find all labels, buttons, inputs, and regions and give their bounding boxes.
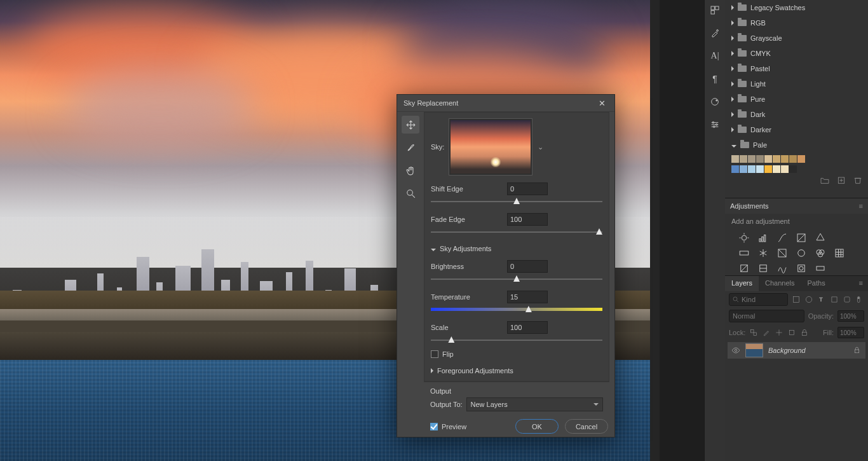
swatch[interactable]	[756, 155, 764, 163]
swatch[interactable]	[764, 155, 772, 163]
swatch-folder[interactable]: Pastel	[725, 61, 868, 76]
gradient-map-icon[interactable]	[814, 262, 827, 275]
levels-icon[interactable]	[757, 231, 770, 244]
brightness-contrast-icon[interactable]	[738, 231, 750, 244]
swatch[interactable]	[764, 165, 772, 173]
lock-all-icon[interactable]	[800, 328, 809, 337]
swatch[interactable]	[740, 165, 747, 173]
swatch-folder[interactable]: Light	[725, 76, 868, 92]
tab-paths[interactable]: Paths	[801, 276, 832, 291]
close-button[interactable]: ✕	[596, 97, 608, 109]
ok-button[interactable]: OK	[515, 419, 559, 434]
swatch[interactable]	[740, 155, 747, 163]
swatch[interactable]	[789, 165, 797, 173]
brush-tool-icon[interactable]	[402, 139, 419, 156]
temperature-slider[interactable]	[431, 306, 602, 313]
foreground-adjustments-header[interactable]: Foreground Adjustments	[431, 367, 602, 375]
lock-paint-icon[interactable]	[762, 328, 771, 337]
shift-edge-input[interactable]: 0	[507, 182, 548, 195]
filter-pixel-icon[interactable]	[792, 295, 801, 304]
swatch-folder[interactable]: CMYK	[725, 46, 868, 61]
adjustments-header[interactable]: Adjustments ≡	[725, 198, 868, 214]
paragraph-icon[interactable]: ¶	[707, 71, 722, 86]
swatch-folder[interactable]: RGB	[725, 15, 868, 31]
swatch[interactable]	[781, 155, 789, 163]
threshold-icon[interactable]	[776, 262, 789, 275]
swatch-folder[interactable]: Grayscale	[725, 31, 868, 46]
lock-transparency-icon[interactable]	[749, 328, 758, 337]
folder-icon[interactable]	[820, 175, 830, 184]
swatch-folder[interactable]: Pure	[725, 92, 868, 107]
lock-position-icon[interactable]	[775, 328, 783, 337]
filter-smart-icon[interactable]	[843, 295, 851, 304]
cancel-button[interactable]: Cancel	[565, 419, 608, 434]
move-tool-icon[interactable]	[402, 116, 419, 134]
filter-adjust-icon[interactable]	[804, 295, 813, 304]
panel-menu-icon[interactable]: ≡	[859, 202, 863, 210]
swatch[interactable]	[731, 155, 739, 163]
selective-color-icon[interactable]	[795, 262, 808, 275]
temperature-input[interactable]: 15	[507, 291, 548, 303]
photo-filter-icon[interactable]	[795, 247, 808, 259]
channel-mixer-icon[interactable]	[814, 247, 827, 259]
posterize-icon[interactable]	[757, 262, 770, 275]
output-to-select[interactable]: New Layers	[466, 397, 603, 411]
scale-input[interactable]: 100	[507, 321, 548, 334]
sky-preset-thumbnail[interactable]	[449, 119, 532, 175]
trash-icon[interactable]	[853, 175, 863, 184]
glyph-icon[interactable]	[707, 94, 722, 109]
swatch[interactable]	[789, 155, 797, 163]
brightness-input[interactable]: 0	[507, 260, 548, 273]
bw-icon[interactable]	[776, 247, 789, 259]
swatch-palette-icon[interactable]	[707, 3, 722, 18]
new-swatch-icon[interactable]	[836, 175, 846, 184]
brightness-slider[interactable]	[431, 275, 602, 283]
swatch[interactable]	[781, 165, 789, 173]
filter-type-icon[interactable]: T	[817, 295, 826, 304]
layer-filter[interactable]: Kind	[729, 293, 788, 306]
eyedropper-icon[interactable]	[707, 25, 722, 41]
filter-shape-icon[interactable]	[830, 295, 839, 304]
tab-layers[interactable]: Layers	[725, 276, 759, 291]
settings-icon[interactable]	[707, 117, 722, 132]
hand-tool-icon[interactable]	[402, 162, 419, 179]
swatch-folder[interactable]: Dark	[725, 107, 868, 122]
scale-slider[interactable]	[431, 336, 602, 344]
panel-menu-icon[interactable]: ≡	[854, 276, 868, 291]
shift-edge-slider[interactable]	[431, 198, 602, 205]
vibrance-icon[interactable]	[814, 231, 827, 244]
hue-sat-icon[interactable]	[738, 247, 750, 259]
swatch[interactable]	[773, 165, 780, 173]
blend-mode-select[interactable]: Normal	[729, 310, 804, 322]
invert-icon[interactable]	[738, 262, 750, 275]
swatch-folder[interactable]: Pale	[725, 137, 868, 153]
color-lookup-icon[interactable]	[833, 247, 846, 259]
swatch-folder[interactable]: Darker	[725, 122, 868, 137]
fade-edge-input[interactable]: 100	[507, 213, 548, 226]
swatch-folder[interactable]: Legacy Swatches	[725, 0, 868, 15]
zoom-tool-icon[interactable]	[402, 184, 419, 202]
swatch[interactable]	[797, 155, 805, 163]
sky-adjustments-header[interactable]: Sky Adjustments	[431, 245, 602, 252]
swatch[interactable]	[748, 165, 756, 173]
visibility-icon[interactable]	[731, 346, 740, 355]
output-header[interactable]: Output	[430, 387, 603, 395]
preview-checkbox[interactable]: Preview	[430, 423, 466, 430]
swatch[interactable]	[731, 165, 739, 173]
filter-toggle-icon[interactable]	[855, 295, 864, 304]
exposure-icon[interactable]	[795, 231, 808, 244]
flip-checkbox[interactable]: Flip	[431, 350, 602, 358]
swatch[interactable]	[773, 155, 780, 163]
lock-artboard-icon[interactable]	[787, 328, 796, 337]
tab-channels[interactable]: Channels	[759, 276, 801, 291]
fade-edge-slider[interactable]	[431, 228, 602, 236]
swatch[interactable]	[756, 165, 764, 173]
layer-background[interactable]: Background	[728, 342, 865, 359]
opacity-input[interactable]: 100%	[837, 310, 864, 322]
curves-icon[interactable]	[776, 231, 789, 244]
type-icon[interactable]: A|	[707, 48, 722, 64]
sky-preset-dropdown-icon[interactable]: ⌄	[537, 143, 543, 151]
fill-input[interactable]: 100%	[837, 327, 864, 338]
swatch[interactable]	[748, 155, 756, 163]
color-balance-icon[interactable]	[757, 247, 770, 259]
